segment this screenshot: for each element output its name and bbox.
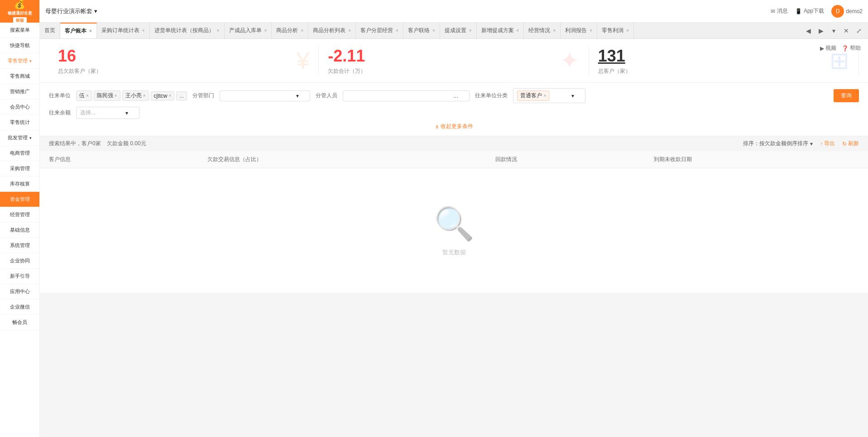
sidebar-items-container: 搜索菜单快捷导航零售管理 ▾零售商城营销推广会员中心零售统计批发管理 ▾电商管理… <box>0 23 39 330</box>
sidebar-item-1[interactable]: 快捷导航 <box>0 38 39 53</box>
tab-6[interactable]: 商品分析列表× <box>308 23 356 38</box>
sidebar-item-15[interactable]: 企业协同 <box>0 253 39 269</box>
help-btn[interactable]: ❓ 帮助 <box>842 44 861 52</box>
stat-item-customers: 16 总欠款客户（家） ¥ <box>49 46 319 75</box>
tab-close-all-btn[interactable]: ✕ <box>841 25 852 36</box>
sidebar-item-0[interactable]: 搜索菜单 <box>0 23 39 38</box>
remove-wu-icon[interactable]: × <box>86 93 89 98</box>
category-tag-normal[interactable]: 普通客户 × <box>517 90 549 101</box>
tab-label-11: 经营情况 <box>528 27 550 34</box>
sidebar-item-2[interactable]: 零售管理 ▾ <box>0 53 39 69</box>
sidebar-item-14[interactable]: 系统管理 <box>0 238 39 253</box>
tab-label-4: 产成品入库单 <box>229 27 262 34</box>
sidebar-item-6[interactable]: 零售统计 <box>0 115 39 130</box>
sidebar-item-11[interactable]: 资金管理 <box>0 192 39 207</box>
tab-close-13[interactable]: × <box>626 28 629 33</box>
stat-label-customers: 总欠款客户（家） <box>58 67 101 75</box>
sidebar-item-19[interactable]: 畅会员 <box>0 315 39 330</box>
tab-close-12[interactable]: × <box>590 28 592 33</box>
export-btn[interactable]: ↑ 导出 <box>820 140 835 147</box>
refresh-btn[interactable]: ↻ 刷新 <box>842 140 859 147</box>
tab-close-11[interactable]: × <box>553 28 556 33</box>
tab-fullscreen-btn[interactable]: ⤢ <box>854 25 864 36</box>
sidebar: 💰 畅捷通好生意 标版 搜索菜单快捷导航零售管理 ▾零售商城营销推广会员中心零售… <box>0 0 40 437</box>
col-repayment: 回款情况 <box>486 151 645 168</box>
tab-12[interactable]: 利润报告× <box>561 23 597 38</box>
sidebar-item-16[interactable]: 新手引导 <box>0 269 39 284</box>
account-selector[interactable]: 母婴行业演示帐套 ▾ <box>45 7 97 15</box>
query-button[interactable]: 查询 <box>834 89 859 102</box>
tab-close-10[interactable]: × <box>517 28 519 33</box>
sidebar-item-17[interactable]: 应用中心 <box>0 284 39 299</box>
app-download-btn[interactable]: 📱 App下载 <box>795 7 824 15</box>
sidebar-item-13[interactable]: 基础信息 <box>0 223 39 238</box>
tab-7[interactable]: 客户分层经营× <box>356 23 403 38</box>
tab-close-6[interactable]: × <box>348 28 351 33</box>
dept-select[interactable]: ▾ <box>220 90 310 101</box>
tab-label-6: 商品分析列表 <box>313 27 345 34</box>
unit-tag-wang[interactable]: 王小亮 × <box>122 90 149 101</box>
stat-value-total: 131 <box>598 46 625 66</box>
tab-5[interactable]: 商品分析× <box>272 23 308 38</box>
sort-select[interactable]: 排序：按欠款金额倒序排序 ▾ <box>743 140 813 147</box>
sidebar-item-4[interactable]: 营销推广 <box>0 84 39 100</box>
sidebar-item-18[interactable]: 企业微信 <box>0 299 39 315</box>
col-customer-info: 客户信息 <box>40 151 198 168</box>
tab-0[interactable]: 首页 <box>40 23 60 38</box>
tab-next-btn[interactable]: ▶ <box>815 25 826 36</box>
sidebar-item-5[interactable]: 会员中心 <box>0 100 39 115</box>
help-icon: ❓ <box>842 45 849 52</box>
filter-row-2: 往来余额 选择... ▾ <box>49 107 859 119</box>
app-download-label: App下载 <box>804 7 824 15</box>
sidebar-item-8[interactable]: 电商管理 <box>0 146 39 161</box>
tab-1[interactable]: 客户账本× <box>60 23 97 38</box>
tab-13[interactable]: 零售利润× <box>597 23 634 38</box>
unit-tag-chen[interactable]: 陈民强 × <box>94 90 120 101</box>
tab-prev-btn[interactable]: ◀ <box>803 25 814 36</box>
remove-chen-icon[interactable]: × <box>115 93 117 98</box>
tab-label-0: 首页 <box>44 27 55 34</box>
sidebar-item-12[interactable]: 经营管理 <box>0 207 39 223</box>
sidebar-item-9[interactable]: 采购管理 <box>0 161 39 176</box>
tabbar-actions: ◀ ▶ ▾ ✕ ⤢ <box>803 25 868 36</box>
unit-tag-more[interactable]: ... <box>176 91 187 100</box>
sidebar-item-7[interactable]: 批发管理 ▾ <box>0 130 39 146</box>
tab-close-5[interactable]: × <box>301 28 303 33</box>
tab-10[interactable]: 新增提成方案× <box>477 23 524 38</box>
balance-select[interactable]: 选择... ▾ <box>76 107 139 119</box>
collapse-btn[interactable]: ∧ 收起更多条件 <box>49 123 859 130</box>
balance-filter-label: 往来余额 <box>49 109 71 117</box>
collapse-label: 收起更多条件 <box>441 123 473 130</box>
tab-8[interactable]: 客户联络× <box>403 23 440 38</box>
tab-close-3[interactable]: × <box>217 28 220 33</box>
balance-placeholder: 选择... <box>80 109 96 117</box>
person-select[interactable]: … <box>343 90 470 101</box>
tab-11[interactable]: 经营情况× <box>524 23 561 38</box>
sidebar-item-10[interactable]: 库存核算 <box>0 176 39 192</box>
unit-tag-cjttcw[interactable]: cjttcw × <box>151 91 175 100</box>
tab-expand-btn[interactable]: ▾ <box>828 25 839 36</box>
tab-3[interactable]: 进货单统计表（按商品）× <box>150 23 225 38</box>
tab-close-7[interactable]: × <box>396 28 398 33</box>
message-btn[interactable]: ✉ 消息 <box>771 7 788 15</box>
user-menu[interactable]: D demo2 <box>831 5 863 18</box>
tab-9[interactable]: 提成设置× <box>440 23 477 38</box>
tab-close-2[interactable]: × <box>142 28 145 33</box>
category-select[interactable]: 普通客户 × ▾ <box>513 88 585 103</box>
tab-2[interactable]: 采购订单统计表× <box>97 23 150 38</box>
stat-icon-amount: ✦ <box>560 47 580 74</box>
unit-tag-wu[interactable]: 伍 × <box>76 90 92 101</box>
tab-close-8[interactable]: × <box>432 28 435 33</box>
tab-4[interactable]: 产成品入库单× <box>225 23 272 38</box>
tab-close-4[interactable]: × <box>264 28 267 33</box>
tab-close-9[interactable]: × <box>469 28 472 33</box>
logo-text: 畅捷通好生意 <box>8 10 32 16</box>
video-btn[interactable]: ▶ 视频 <box>820 44 836 52</box>
remove-category-icon[interactable]: × <box>543 93 546 98</box>
remove-wang-icon[interactable]: × <box>143 93 146 98</box>
refresh-icon: ↻ <box>842 141 847 147</box>
remove-cjttcw-icon[interactable]: × <box>169 93 172 98</box>
unit-filter-label: 往来单位 <box>49 92 71 100</box>
sidebar-item-3[interactable]: 零售商城 <box>0 69 39 84</box>
tab-close-1[interactable]: × <box>89 28 92 33</box>
